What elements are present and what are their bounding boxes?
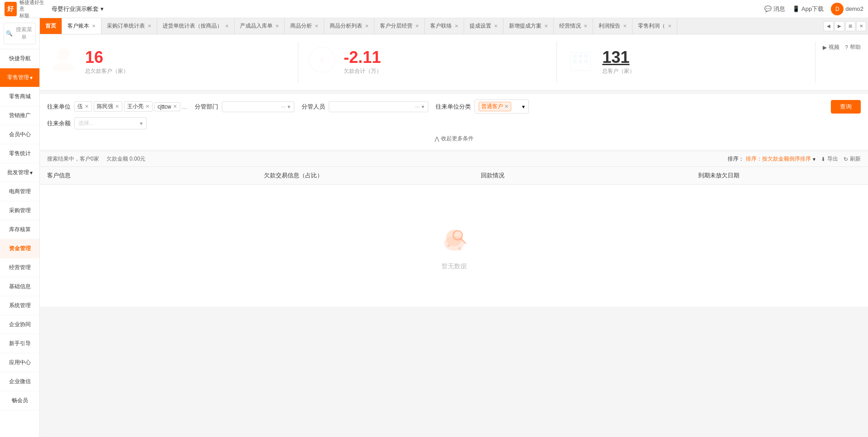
search-menu-button[interactable]: 🔍 搜索菜单 — [4, 23, 36, 44]
tab-close-icon-5[interactable]: ✕ — [315, 24, 318, 28]
sidebar-item-retail[interactable]: 零售管理 ▾ — [0, 68, 39, 87]
remainder-select[interactable]: 选择... ▾ — [74, 117, 147, 129]
filter-tag-cjttcw-close[interactable]: ✕ — [173, 104, 177, 109]
sidebar-item-app-center[interactable]: 应用中心 — [0, 353, 39, 372]
tab-inbound-stats[interactable]: 进货单统计表（按商品） ✕ — [157, 18, 235, 34]
credit-customers-label: 总欠款客户（家） — [85, 67, 129, 75]
tab-close-icon-4[interactable]: ✕ — [275, 24, 279, 28]
tab-prev-button[interactable]: ◀ — [824, 21, 834, 31]
export-button[interactable]: ⬇ 导出 — [821, 155, 838, 163]
sidebar-item-system[interactable]: 系统管理 — [0, 296, 39, 315]
sidebar-item-member[interactable]: 会员中心 — [0, 125, 39, 144]
tab-close-icon-6[interactable]: ✕ — [365, 24, 369, 28]
new-guide-label: 新手引导 — [9, 340, 31, 347]
help-button[interactable]: ? 帮助 — [845, 43, 861, 51]
sort-select[interactable]: 排序： 排序：按欠款金额倒序排序 ▾ — [728, 155, 815, 163]
enterprise-wechat-label: 企业微信 — [9, 378, 31, 385]
sidebar-item-purchase[interactable]: 采购管理 — [0, 201, 39, 220]
export-icon: ⬇ — [821, 156, 825, 162]
profit-report-tab-label: 利润报告 — [599, 22, 620, 30]
video-button[interactable]: ▶ 视频 — [823, 43, 839, 51]
tab-purchase-orders[interactable]: 采购订单统计表 ✕ — [101, 18, 157, 34]
dropdown-arrow-icon: ▾ — [101, 5, 104, 12]
tab-close-icon-12[interactable]: ✕ — [623, 24, 627, 28]
filter-tag-wang-close[interactable]: ✕ — [145, 104, 149, 109]
classify-select[interactable]: 普通客户 ✕ ▾ — [475, 100, 529, 114]
refresh-button[interactable]: ↻ 刷新 — [844, 155, 861, 163]
message-icon: 💬 — [764, 5, 772, 12]
debt-icon: ¥ — [307, 45, 336, 79]
col-header-customer: 客户信息 — [47, 171, 264, 180]
top-bar: 好 畅捷通好生意 标版 母婴行业演示帐套 ▾ 💬 消息 📱 App下载 D de… — [0, 0, 868, 18]
system-label: 系统管理 — [9, 302, 31, 309]
classify-tag-close[interactable]: ✕ — [504, 104, 508, 109]
tab-customer-segments[interactable]: 客户分层经营 ✕ — [374, 18, 425, 34]
sidebar-item-basic-info[interactable]: 基础信息 — [0, 277, 39, 296]
tab-expand-button[interactable]: ⊞ — [845, 21, 855, 31]
messages-button[interactable]: 💬 消息 — [764, 5, 785, 13]
tab-new-promotion[interactable]: 新增提成方案 ✕ — [504, 18, 554, 34]
dept-select[interactable]: ··· ▾ — [222, 101, 294, 112]
chevron-down-icon-2: ▾ — [30, 170, 33, 176]
tab-close-icon-8[interactable]: ✕ — [455, 24, 458, 28]
sort-dropdown-icon: ▾ — [813, 156, 815, 162]
tab-close-icon-2[interactable]: ✕ — [148, 24, 151, 28]
sidebar-item-wholesale[interactable]: 批发管理 ▾ — [0, 163, 39, 182]
person-select[interactable]: ··· ▾ — [329, 101, 428, 112]
product-analysis-list-tab-label: 商品分析列表 — [330, 22, 362, 30]
filter-more-button[interactable]: ... — [182, 103, 187, 110]
finance-label: 资金管理 — [9, 245, 31, 252]
filter-tag-chen-close[interactable]: ✕ — [115, 104, 119, 109]
tab-close-icon-10[interactable]: ✕ — [544, 24, 548, 28]
svg-text:¥: ¥ — [319, 55, 325, 64]
tab-customer-accounts[interactable]: 客户账本 ✕ — [62, 18, 101, 34]
tab-retail-profit[interactable]: 零售利润（ ✕ — [633, 18, 677, 34]
sidebar-item-member2[interactable]: 畅会员 — [0, 391, 39, 410]
stat-card-credit-customers: 16 总欠款客户（家） — [40, 42, 298, 83]
empty-text: 暂无数据 — [441, 262, 467, 271]
sidebar-item-enterprise-wechat[interactable]: 企业微信 — [0, 372, 39, 391]
dept-dropdown-icon: ▾ — [288, 104, 290, 110]
collapse-button[interactable]: ⋀ 收起更多条件 — [431, 133, 477, 144]
tab-customer-contacts[interactable]: 客户联络 ✕ — [425, 18, 464, 34]
app-download-button[interactable]: 📱 App下载 — [792, 5, 824, 13]
classify-tag: 普通客户 ✕ — [479, 102, 511, 111]
retail-profit-tab-label: 零售利润（ — [638, 22, 665, 30]
sidebar-item-retail-mall[interactable]: 零售商城 — [0, 87, 39, 106]
tab-product-inbound[interactable]: 产成品入库单 ✕ — [235, 18, 285, 34]
tab-close-icon-13[interactable]: ✕ — [668, 24, 671, 28]
page-content: 16 总欠款客户（家） ¥ -2.11 欠款合计（万） — [40, 34, 868, 437]
tab-home[interactable]: 首页 — [40, 18, 62, 34]
dept-filter-label: 分管部门 — [195, 103, 218, 111]
filter-tag-wu-close[interactable]: ✕ — [85, 104, 89, 109]
sidebar-item-ecommerce[interactable]: 电商管理 — [0, 182, 39, 201]
tab-promotion-settings[interactable]: 提成设置 ✕ — [464, 18, 504, 34]
wholesale-label: 批发管理 — [7, 169, 29, 176]
company-selector[interactable]: 母婴行业演示帐套 ▾ — [48, 3, 107, 15]
sidebar-item-new-guide[interactable]: 新手引导 — [0, 334, 39, 353]
collapse-row: ⋀ 收起更多条件 — [47, 133, 861, 144]
sidebar-item-quick-nav[interactable]: 快捷导航 — [0, 49, 39, 68]
tab-close-all-button[interactable]: ✕ — [856, 21, 866, 31]
sidebar-item-retail-stats[interactable]: 零售统计 — [0, 144, 39, 163]
tab-close-icon-9[interactable]: ✕ — [494, 24, 498, 28]
sidebar-item-marketing[interactable]: 营销推广 — [0, 106, 39, 125]
tab-close-icon-7[interactable]: ✕ — [415, 24, 419, 28]
sidebar-item-inventory[interactable]: 库存核算 — [0, 220, 39, 239]
results-debt-total: 欠款金额 0.00元 — [106, 155, 146, 163]
tab-close-icon[interactable]: ✕ — [92, 24, 96, 28]
tab-close-icon-3[interactable]: ✕ — [225, 24, 229, 28]
sidebar-item-enterprise-coop[interactable]: 企业协同 — [0, 315, 39, 334]
sidebar-item-operations[interactable]: 经营管理 — [0, 258, 39, 277]
tab-profit-report[interactable]: 利润报告 ✕ — [593, 18, 633, 34]
tab-close-icon-11[interactable]: ✕ — [584, 24, 587, 28]
sidebar-item-finance[interactable]: 资金管理 — [0, 239, 39, 258]
user-avatar[interactable]: D demo2 — [831, 3, 863, 15]
tab-product-analysis-list[interactable]: 商品分析列表 ✕ — [324, 18, 374, 34]
download-icon: 📱 — [792, 5, 800, 12]
tab-product-analysis[interactable]: 商品分析 ✕ — [285, 18, 324, 34]
sidebar: 🔍 搜索菜单 快捷导航 零售管理 ▾ 零售商城 营销推广 会员中心 零售统计 批… — [0, 18, 40, 437]
tab-next-button[interactable]: ▶ — [834, 21, 844, 31]
tab-business-status[interactable]: 经营情况 ✕ — [554, 18, 593, 34]
query-button[interactable]: 查询 — [831, 100, 861, 114]
